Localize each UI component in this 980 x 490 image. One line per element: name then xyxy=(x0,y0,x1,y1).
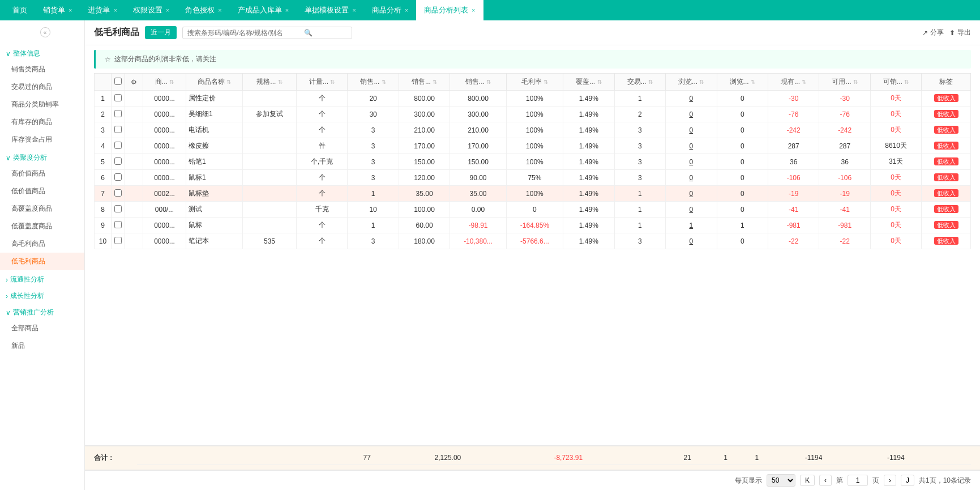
row-checkbox[interactable] xyxy=(114,142,122,149)
browse1-link[interactable]: 0 xyxy=(689,142,693,150)
sort-icon[interactable]: ⇅ xyxy=(544,79,548,85)
browse1-link[interactable]: 0 xyxy=(689,190,693,198)
sort-icon[interactable]: ⇅ xyxy=(278,79,283,85)
close-icon[interactable]: × xyxy=(166,7,169,14)
export-button[interactable]: ⬆ 导出 xyxy=(949,28,971,37)
browse1-link[interactable]: 0 xyxy=(689,174,693,182)
sort-icon[interactable]: ⇅ xyxy=(802,79,806,85)
sidebar-group-marketing[interactable]: ∨ 营销推广分析 xyxy=(0,303,84,319)
per-page-select[interactable]: 50 100 200 xyxy=(767,474,795,487)
row-browse1[interactable]: 0 xyxy=(666,202,717,218)
browse1-link[interactable]: 0 xyxy=(689,126,693,134)
close-icon[interactable]: × xyxy=(405,7,408,14)
search-input[interactable] xyxy=(187,29,301,37)
row-browse1[interactable]: 0 xyxy=(666,138,717,154)
select-all-checkbox[interactable] xyxy=(114,78,122,85)
prev-page-button[interactable]: ‹ xyxy=(819,475,832,486)
table-container[interactable]: ⚙ 商... ⇅ 商品名称 ⇅ 规格... ⇅ 计量... ⇅ 销售... ⇅ … xyxy=(85,73,980,445)
search-icon[interactable]: 🔍 xyxy=(304,29,313,37)
row-checkbox-cell[interactable] xyxy=(112,122,125,138)
browse1-link[interactable]: 0 xyxy=(689,237,693,245)
row-browse1[interactable]: 0 xyxy=(666,170,717,186)
share-button[interactable]: ↗ 分享 xyxy=(922,28,944,37)
sidebar-item-new-goods[interactable]: 新品 xyxy=(0,337,84,355)
sidebar-collapse-button[interactable]: « xyxy=(40,27,50,37)
row-browse1[interactable]: 0 xyxy=(666,233,717,249)
sidebar-item-high-coverage[interactable]: 高覆盖度商品 xyxy=(0,200,84,218)
row-checkbox[interactable] xyxy=(114,157,122,165)
nav-product-analysis-list[interactable]: 商品分析列表 × xyxy=(416,0,483,20)
date-filter-button[interactable]: 近一月 xyxy=(145,26,177,39)
sort-icon[interactable]: ⇅ xyxy=(904,79,909,85)
row-browse1[interactable]: 1 xyxy=(666,218,717,233)
sidebar-item-high-margin[interactable]: 高毛利商品 xyxy=(0,235,84,253)
close-icon[interactable]: × xyxy=(69,7,72,14)
close-icon[interactable]: × xyxy=(113,7,117,14)
sort-icon[interactable]: ⇅ xyxy=(648,79,653,85)
sidebar-item-all-goods[interactable]: 全部商品 xyxy=(0,319,84,337)
row-checkbox[interactable] xyxy=(114,110,122,117)
row-checkbox[interactable] xyxy=(114,94,122,101)
sidebar-item-in-stock-goods[interactable]: 有库存的商品 xyxy=(0,113,84,131)
row-checkbox[interactable] xyxy=(114,205,122,212)
browse1-link[interactable]: 0 xyxy=(689,158,693,166)
close-icon[interactable]: × xyxy=(472,7,475,14)
page-number-input[interactable] xyxy=(848,475,868,486)
sidebar-item-low-coverage[interactable]: 低覆盖度商品 xyxy=(0,218,84,235)
row-checkbox-cell[interactable] xyxy=(112,106,125,122)
sidebar-item-traded-goods[interactable]: 交易过的商品 xyxy=(0,78,84,96)
row-browse1[interactable]: 0 xyxy=(666,106,717,122)
sort-icon[interactable]: ⇅ xyxy=(330,79,335,85)
row-checkbox-cell[interactable] xyxy=(112,233,125,249)
next-page-button[interactable]: › xyxy=(884,475,896,486)
sidebar-group-growth[interactable]: › 成长性分析 xyxy=(0,287,84,303)
row-checkbox-cell[interactable] xyxy=(112,138,125,154)
nav-product-inbound[interactable]: 产成品入库单 × xyxy=(230,0,297,20)
row-checkbox[interactable] xyxy=(114,237,122,244)
sidebar-group-liquidity[interactable]: › 流通性分析 xyxy=(0,270,84,287)
row-checkbox-cell[interactable] xyxy=(112,170,125,186)
sidebar-item-high-value[interactable]: 高价值商品 xyxy=(0,165,84,182)
last-page-button[interactable]: J xyxy=(901,475,914,486)
sidebar-group-overall-info[interactable]: ∨ 整体信息 xyxy=(0,44,84,61)
nav-purchase-order[interactable]: 进货单 × xyxy=(80,0,125,20)
sidebar-group-cluster-analysis[interactable]: ∨ 类聚度分析 xyxy=(0,148,84,165)
browse1-link[interactable]: 1 xyxy=(689,221,693,229)
row-browse1[interactable]: 0 xyxy=(666,122,717,138)
sidebar-item-low-margin[interactable]: 低毛利商品 xyxy=(0,253,84,270)
nav-product-analysis[interactable]: 商品分析 × xyxy=(364,0,416,20)
sidebar-item-sales-goods[interactable]: 销售类商品 xyxy=(0,61,84,78)
nav-permission-settings[interactable]: 权限设置 × xyxy=(125,0,177,20)
sidebar-item-stock-capital[interactable]: 库存资金占用 xyxy=(0,131,84,148)
row-checkbox-cell[interactable] xyxy=(112,154,125,170)
sort-icon[interactable]: ⇅ xyxy=(751,79,755,85)
row-checkbox-cell[interactable] xyxy=(112,202,125,218)
row-checkbox[interactable] xyxy=(114,221,122,228)
row-browse1[interactable]: 0 xyxy=(666,91,717,106)
close-icon[interactable]: × xyxy=(285,7,289,14)
row-checkbox-cell[interactable] xyxy=(112,218,125,233)
nav-sales-order[interactable]: 销货单 × xyxy=(35,0,80,20)
row-checkbox[interactable] xyxy=(114,189,122,197)
first-page-button[interactable]: K xyxy=(800,475,815,486)
nav-template-settings[interactable]: 单据模板设置 × xyxy=(297,0,363,20)
browse1-link[interactable]: 0 xyxy=(689,206,693,214)
nav-role-auth[interactable]: 角色授权 × xyxy=(177,0,229,20)
sidebar-item-category-sales-rate[interactable]: 商品分类助销率 xyxy=(0,96,84,113)
sort-icon[interactable]: ⇅ xyxy=(486,79,491,85)
sidebar-item-low-value[interactable]: 低价值商品 xyxy=(0,182,84,200)
row-checkbox[interactable] xyxy=(114,173,122,181)
close-icon[interactable]: × xyxy=(352,7,356,14)
row-checkbox-cell[interactable] xyxy=(112,186,125,202)
sort-icon[interactable]: ⇅ xyxy=(853,79,858,85)
sort-icon[interactable]: ⇅ xyxy=(597,79,602,85)
sort-icon[interactable]: ⇅ xyxy=(169,79,174,85)
browse1-link[interactable]: 0 xyxy=(689,110,693,118)
row-browse1[interactable]: 0 xyxy=(666,186,717,202)
row-checkbox[interactable] xyxy=(114,126,122,133)
nav-home[interactable]: 首页 xyxy=(5,0,35,20)
sort-icon[interactable]: ⇅ xyxy=(433,79,437,85)
sort-icon[interactable]: ⇅ xyxy=(699,79,704,85)
browse1-link[interactable]: 0 xyxy=(689,95,693,103)
close-icon[interactable]: × xyxy=(218,7,221,14)
